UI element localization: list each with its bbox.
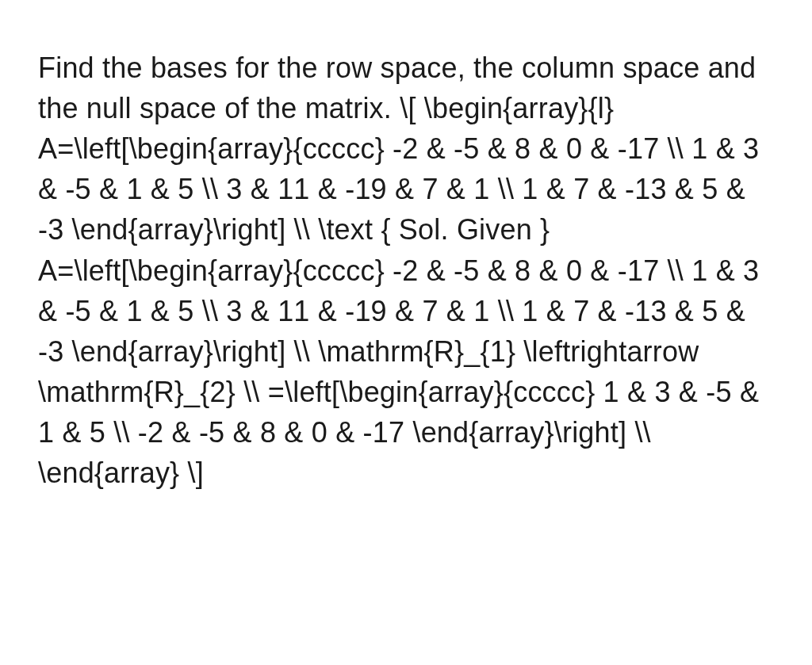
document-text: Find the bases for the row space, the co… xyxy=(38,48,774,493)
document-content: Find the bases for the row space, the co… xyxy=(38,48,774,493)
